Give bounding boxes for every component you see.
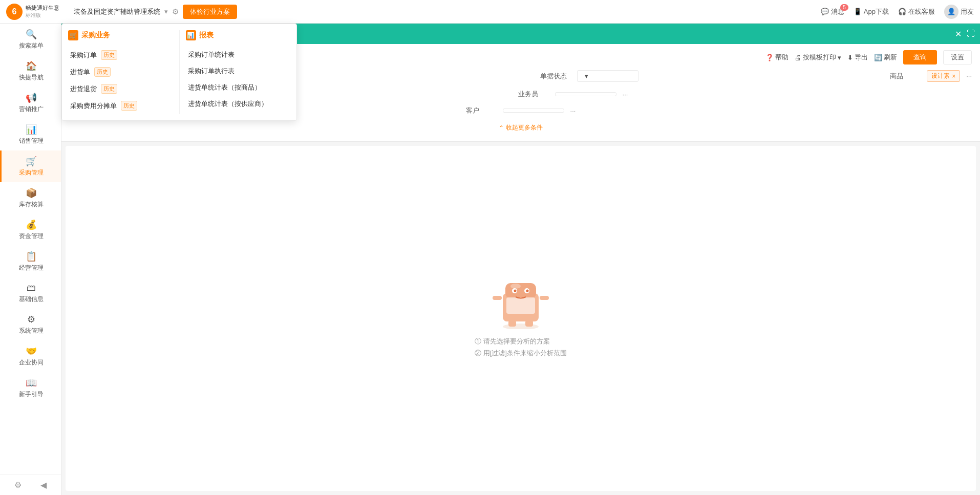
purchase-menu-item[interactable]: 采购费用分摊单历史 — [68, 97, 173, 114]
app-download-action[interactable]: 📱 App下载 — [854, 7, 889, 16]
sidebar-item-operation[interactable]: 📋经营管理 — [0, 246, 61, 277]
avatar: 👤 — [944, 5, 958, 19]
empty-tip1: 请先选择要分析的方案 — [475, 335, 567, 347]
gear-icon[interactable]: ⚙ — [172, 7, 179, 16]
system-icon: ⚙ — [27, 314, 35, 325]
empty-state: 请先选择要分析的方案 用[过滤]条件来缩小分析范围 — [66, 146, 976, 491]
sidebar-item-label-operation: 经营管理 — [19, 264, 44, 272]
report-menu-item[interactable]: 进货单统计表（按供应商） — [186, 96, 291, 112]
collapse-label: 收起更多条件 — [506, 123, 543, 132]
sidebar-item-label-guide: 新手引导 — [19, 390, 44, 399]
industry-button[interactable]: 体验行业方案 — [183, 5, 237, 19]
header-system: 装备及固定资产辅助管理系统 ▾ ⚙ 体验行业方案 — [68, 5, 821, 19]
customer-label: 客户 — [466, 106, 497, 115]
doc-status-select[interactable]: ▾ — [577, 70, 638, 82]
export-button[interactable]: ⬇ 导出 — [847, 53, 868, 62]
sidebar-item-base[interactable]: 🗃基础信息 — [0, 277, 61, 309]
user-name: 用友 — [961, 7, 974, 16]
user-action[interactable]: 👤 用友 — [944, 5, 974, 19]
dropdown-cols: 🛒 采购业务 采购订单历史进货单历史进货退货历史采购费用分摊单历史 📊 报表 采… — [62, 30, 296, 114]
tab-close-all-icon[interactable]: ✕ — [955, 29, 962, 39]
goods-tag: 设计素 × — [927, 70, 960, 82]
goods-more-icon[interactable]: ··· — [966, 72, 972, 80]
finance-icon: 💰 — [26, 219, 37, 230]
dropdown-item-label: 进货单统计表（按商品） — [188, 83, 261, 92]
logo-sub: 标准版 — [26, 12, 59, 19]
help-label: 帮助 — [775, 53, 789, 62]
refresh-icon: 🔄 — [874, 54, 882, 61]
collapse-sidebar-icon[interactable]: ◀ — [40, 480, 47, 490]
goods-tag-close-icon[interactable]: × — [952, 73, 955, 80]
sidebar-item-label-quick: 快捷导航 — [19, 73, 44, 82]
purchase-menu-item[interactable]: 进货退货历史 — [68, 80, 173, 97]
operation-icon: 📋 — [26, 251, 37, 262]
sidebar: 🔍搜索菜单🏠快捷导航📢营销推广📊销售管理🛒采购管理📦库存核算💰资金管理📋经营管理… — [0, 24, 61, 495]
toolbar-right: ❓ 帮助 🖨 按模板打印 ▾ ⬇ 导出 🔄 刷新 — [765, 50, 972, 64]
dropdown-arrow-icon[interactable]: ▾ — [164, 8, 168, 15]
empty-illustration — [490, 278, 551, 329]
history-tag: 历史 — [101, 84, 117, 94]
purchase-menu-item[interactable]: 采购订单历史 — [68, 47, 173, 63]
online-service-action[interactable]: 🎧 在线客服 — [898, 7, 935, 16]
export-label: 导出 — [855, 53, 868, 62]
dropdown-col-purchase-title: 🛒 采购业务 — [68, 30, 173, 45]
purchase-menu-item[interactable]: 进货单历史 — [68, 63, 173, 80]
print-button[interactable]: 🖨 按模板打印 ▾ — [795, 53, 841, 62]
query-button[interactable]: 查询 — [903, 50, 937, 64]
dropdown-col-report: 📊 报表 采购订单统计表采购订单执行表进货单统计表（按商品）进货单统计表（按供应… — [179, 30, 297, 114]
sidebar-item-label-system: 系统管理 — [19, 327, 44, 335]
setting-button[interactable]: 设置 — [943, 50, 972, 64]
sidebar-item-sales[interactable]: 📊销售管理 — [0, 119, 61, 150]
report-menu-item[interactable]: 采购订单执行表 — [186, 63, 291, 79]
settings-bottom-icon[interactable]: ⚙ — [14, 480, 22, 490]
svg-point-12 — [510, 284, 521, 289]
help-button[interactable]: ❓ 帮助 — [765, 53, 789, 62]
dropdown-item-label: 进货单 — [70, 68, 90, 77]
logo-text: 畅捷通好生意 — [26, 4, 59, 11]
report-menu-item[interactable]: 采购订单统计表 — [186, 47, 291, 63]
goods-tag-value: 设计素 — [931, 72, 950, 80]
sidebar-item-label-finance: 资金管理 — [19, 232, 44, 241]
history-tag: 历史 — [94, 67, 111, 77]
sidebar-item-marketing[interactable]: 📢营销推广 — [0, 87, 61, 119]
sidebar-item-purchase[interactable]: 🛒采购管理 — [0, 150, 61, 182]
svg-point-9 — [526, 289, 529, 292]
sidebar-item-inventory[interactable]: 📦库存核算 — [0, 182, 61, 214]
refresh-button[interactable]: 🔄 刷新 — [874, 53, 897, 62]
sidebar-item-label-collab: 企业协同 — [19, 358, 44, 367]
dropdown-menu: 🛒 采购业务 采购订单历史进货单历史进货退货历史采购费用分摊单历史 📊 报表 采… — [61, 24, 297, 121]
sidebar-item-label-purchase: 采购管理 — [19, 168, 44, 177]
empty-tips: 请先选择要分析的方案 用[过滤]条件来缩小分析范围 — [475, 335, 567, 359]
dropdown-col-purchase: 🛒 采购业务 采购订单历史进货单历史进货退货历史采购费用分摊单历史 — [62, 30, 179, 114]
svg-point-0 — [503, 324, 539, 329]
sales-icon: 📊 — [26, 124, 37, 135]
customer-select[interactable] — [503, 109, 564, 113]
message-action[interactable]: 💬 消息 5 — [821, 7, 844, 16]
header-right: 💬 消息 5 📱 App下载 🎧 在线客服 👤 用友 — [821, 5, 974, 19]
customer-more-icon[interactable]: ··· — [570, 107, 576, 115]
doc-status-chevron-icon: ▾ — [585, 72, 588, 80]
history-tag: 历史 — [101, 50, 117, 60]
sidebar-item-collab[interactable]: 🤝企业协同 — [0, 340, 61, 372]
sidebar-item-quick[interactable]: 🏠快捷导航 — [0, 55, 61, 87]
svg-rect-11 — [525, 320, 533, 327]
dropdown-col-report-title: 📊 报表 — [186, 30, 291, 45]
logo-area: 6 畅捷通好生意 标准版 — [6, 4, 68, 20]
tab-expand-icon[interactable]: ⛶ — [967, 29, 975, 38]
salesman-more-icon[interactable]: ··· — [623, 91, 628, 98]
salesman-select[interactable] — [555, 92, 616, 96]
sidebar-item-label-sales: 销售管理 — [19, 137, 44, 145]
print-icon: 🖨 — [795, 54, 801, 61]
sidebar-item-finance[interactable]: 💰资金管理 — [0, 214, 61, 246]
system-name: 装备及固定资产辅助管理系统 — [74, 7, 160, 16]
phone-icon: 📱 — [854, 8, 862, 15]
salesman-label: 业务员 — [518, 90, 549, 99]
print-dropdown-icon: ▾ — [838, 54, 841, 61]
collapse-button[interactable]: ⌃ 收起更多条件 — [70, 120, 972, 135]
dropdown-item-label: 采购订单统计表 — [188, 50, 235, 59]
report-menu-item[interactable]: 进货单统计表（按商品） — [186, 79, 291, 96]
sidebar-item-search[interactable]: 🔍搜索菜单 — [0, 24, 61, 55]
sidebar-item-guide[interactable]: 📖新手引导 — [0, 372, 61, 404]
sidebar-item-system[interactable]: ⚙系统管理 — [0, 309, 61, 340]
guide-icon: 📖 — [26, 377, 37, 389]
